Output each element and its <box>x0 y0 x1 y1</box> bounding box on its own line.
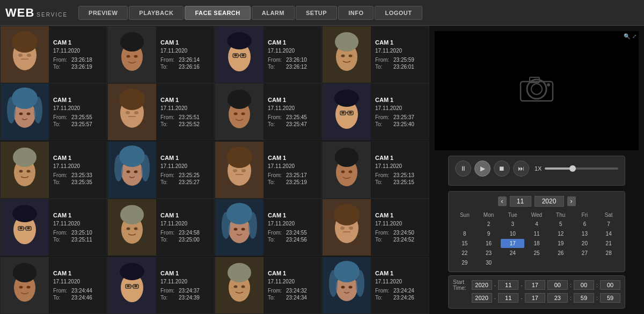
start-month-input[interactable] <box>498 280 518 290</box>
face-to-time: 23:25:15 <box>393 179 414 185</box>
start-day-input[interactable] <box>525 280 545 290</box>
pause-button[interactable]: ⏸ <box>455 160 471 177</box>
face-card[interactable]: CAM 1 17.11.2020 From: 23:25:10 To: 23:2… <box>0 199 107 256</box>
cal-day[interactable]: 5 <box>549 220 573 229</box>
face-from-time: 23:24:24 <box>393 288 414 294</box>
cal-day[interactable]: 16 <box>477 239 501 248</box>
speed-slider[interactable] <box>545 167 618 170</box>
start-hour-input[interactable] <box>547 280 568 290</box>
from-label: From: <box>268 172 284 178</box>
face-card[interactable]: CAM 1 17.11.2020 From: 23:24:55 To: 23:2… <box>215 199 322 256</box>
face-card[interactable]: CAM 1 17.11.2020 From: 23:24:24 To: 23:2… <box>322 257 429 314</box>
zoom-icon[interactable]: 🔍 <box>624 33 630 39</box>
face-card[interactable]: CAM 1 17.11.2020 From: 23:24:58 To: 23:2… <box>107 199 215 256</box>
face-to-row: To: 23:25:47 <box>268 121 307 127</box>
cal-day[interactable]: 18 <box>525 239 548 248</box>
face-info: CAM 1 17.11.2020 From: 23:25:25 To: 23:2… <box>156 142 204 198</box>
year-input[interactable] <box>535 196 564 207</box>
to-label: To: <box>268 64 284 70</box>
cal-day[interactable]: 25 <box>525 249 548 258</box>
svg-point-105 <box>340 227 345 230</box>
end-month-input[interactable] <box>498 293 518 303</box>
cal-day[interactable]: 14 <box>597 229 620 238</box>
nav-tab-alarm[interactable]: ALARM <box>252 6 295 20</box>
cal-day[interactable]: 17 <box>501 239 524 248</box>
face-from-time: 23:25:55 <box>71 114 92 120</box>
end-minute-input[interactable] <box>574 293 594 303</box>
cal-day[interactable]: 11 <box>525 229 548 238</box>
face-card[interactable]: CAM 1 17.11.2020 From: 23:24:37 To: 23:2… <box>107 257 215 314</box>
face-card[interactable]: CAM 1 17.11.2020 From: 23:24:44 To: 23:2… <box>0 257 107 314</box>
face-card[interactable]: CAM 1 17.11.2020 From: 23:25:37 To: 23:2… <box>322 83 429 141</box>
face-card[interactable]: CAM 1 17.11.2020 From: 23:26:10 To: 23:2… <box>215 26 322 83</box>
cal-day[interactable]: 30 <box>477 258 501 267</box>
svg-point-11 <box>134 55 138 58</box>
start-year-input[interactable] <box>472 280 492 290</box>
cal-day[interactable]: 7 <box>597 220 620 229</box>
stop-button[interactable]: ⏹ <box>494 160 510 177</box>
cal-day[interactable]: 8 <box>453 229 477 238</box>
cal-day[interactable]: 29 <box>453 258 477 267</box>
end-day-input[interactable] <box>525 293 545 303</box>
cal-day[interactable]: 9 <box>477 229 501 238</box>
cal-day[interactable]: 15 <box>453 239 477 248</box>
cal-day[interactable]: 4 <box>525 220 548 229</box>
face-card[interactable]: CAM 1 17.11.2020 From: 23:24:50 To: 23:2… <box>322 199 429 256</box>
nav-tab-preview[interactable]: PREVIEW <box>78 6 128 20</box>
nav-tab-info[interactable]: INFO <box>338 6 374 20</box>
next-month-button[interactable]: › <box>567 196 576 206</box>
cal-day[interactable]: 2 <box>477 220 501 229</box>
cal-day[interactable]: 19 <box>549 239 573 248</box>
svg-point-10 <box>127 55 130 58</box>
cal-day[interactable]: 6 <box>573 220 597 229</box>
face-image <box>215 142 264 198</box>
start-second-input[interactable] <box>600 280 620 290</box>
cal-day[interactable]: 21 <box>597 239 620 248</box>
cal-day[interactable]: 24 <box>501 249 524 258</box>
face-card[interactable]: CAM 1 17.11.2020 From: 23:26:14 To: 23:2… <box>107 26 215 83</box>
cal-day[interactable]: 27 <box>573 249 597 258</box>
nav-tab-face-search[interactable]: FACE SEARCH <box>185 6 250 20</box>
cal-day[interactable]: 3 <box>501 220 524 229</box>
prev-month-button[interactable]: ‹ <box>498 196 507 206</box>
face-card[interactable]: CAM 1 17.11.2020 From: 23:25:55 To: 23:2… <box>0 83 107 141</box>
face-card[interactable]: CAM 1 17.11.2020 From: 23:25:45 To: 23:2… <box>215 83 322 141</box>
nav-tab-setup[interactable]: SETUP <box>296 6 337 20</box>
cal-day[interactable]: 26 <box>549 249 573 258</box>
svg-point-53 <box>349 112 352 114</box>
face-from-row: From: 23:26:14 <box>160 57 200 63</box>
cal-day[interactable]: 13 <box>573 229 597 238</box>
cal-day[interactable]: 22 <box>453 249 477 258</box>
speed-thumb <box>569 165 576 172</box>
start-minute-input[interactable] <box>574 280 594 290</box>
face-cam-label: CAM 1 <box>268 155 307 161</box>
face-from-time: 23:26:18 <box>71 57 92 63</box>
face-card[interactable]: CAM 1 17.11.2020 From: 23:25:25 To: 23:2… <box>107 141 215 199</box>
expand-icon[interactable]: ⤢ <box>632 33 636 39</box>
face-card[interactable]: CAM 1 17.11.2020 From: 23:26:18 To: 23:2… <box>0 26 107 83</box>
end-second-input[interactable] <box>600 293 620 303</box>
face-card[interactable]: CAM 1 17.11.2020 From: 23:25:13 To: 23:2… <box>322 141 429 199</box>
face-card[interactable]: CAM 1 17.11.2020 From: 23:24:32 To: 23:2… <box>215 257 322 314</box>
end-hour-input[interactable] <box>547 293 568 303</box>
play-button[interactable]: ▶ <box>474 160 491 177</box>
face-to-row: To: 23:25:00 <box>160 237 200 243</box>
cal-day[interactable]: 28 <box>597 249 620 258</box>
face-card[interactable]: CAM 1 17.11.2020 From: 23:25:17 To: 23:2… <box>215 141 322 199</box>
month-input[interactable] <box>510 196 531 207</box>
face-date: 17.11.2020 <box>375 163 414 169</box>
face-date: 17.11.2020 <box>375 221 414 227</box>
cal-day[interactable]: 12 <box>549 229 573 238</box>
next-frame-button[interactable]: ⏭ <box>513 160 529 177</box>
nav-tab-playback[interactable]: PLAYBACK <box>129 6 184 20</box>
face-card[interactable]: CAM 1 17.11.2020 From: 23:25:51 To: 23:2… <box>107 83 215 141</box>
face-card[interactable]: CAM 1 17.11.2020 From: 23:25:59 To: 23:2… <box>322 26 429 83</box>
svg-point-82 <box>12 205 37 222</box>
face-to-row: To: 23:26:16 <box>160 64 200 70</box>
end-year-input[interactable] <box>472 293 492 303</box>
cal-day[interactable]: 23 <box>477 249 501 258</box>
cal-day[interactable]: 20 <box>573 239 597 248</box>
face-card[interactable]: CAM 1 17.11.2020 From: 23:25:33 To: 23:2… <box>0 141 107 199</box>
nav-tab-logout[interactable]: LOGOUT <box>375 6 422 20</box>
cal-day[interactable]: 10 <box>501 229 524 238</box>
